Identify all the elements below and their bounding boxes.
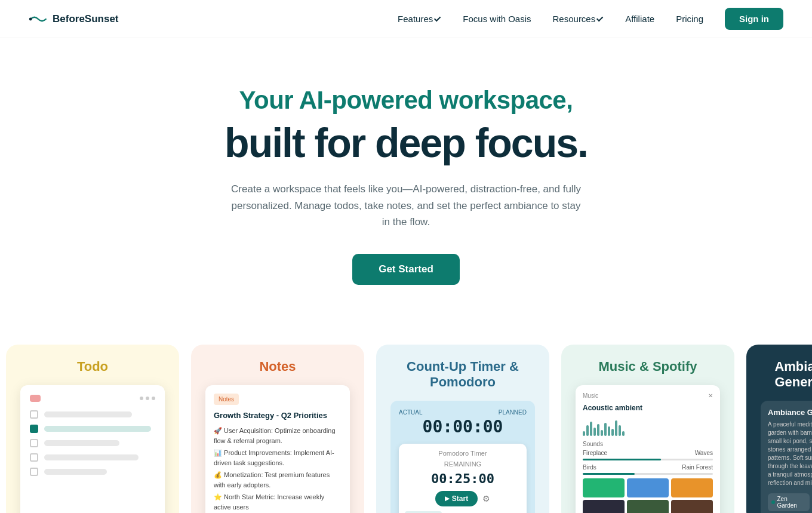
ambiance-mock: Ambiance Generator A peaceful meditation… <box>761 401 812 513</box>
checkbox-checked-icon <box>30 425 38 433</box>
waveform-bar <box>622 431 625 436</box>
checkbox-icon <box>30 468 38 476</box>
notes-title: Growth Strategy - Q2 Priorities <box>214 410 342 422</box>
feature-card-todo: Todo <box>6 345 179 513</box>
sound-birds: Birds <box>583 464 596 471</box>
music-waveform <box>583 418 713 436</box>
album-thumb <box>627 500 669 513</box>
get-started-button[interactable]: Get Started <box>352 254 460 285</box>
waveform-bar <box>615 420 617 436</box>
notes-item: 📊 Product Improvements: Implement AI-dri… <box>214 448 342 468</box>
dot-icon <box>146 397 149 400</box>
card-ambiance-label: Ambiance Generator <box>761 359 812 390</box>
card-notes-label: Notes <box>205 359 350 374</box>
todo-mock-header <box>30 395 155 402</box>
timer-start-label: Start <box>452 494 468 503</box>
ambiance-option-zen[interactable]: Zen Garden <box>768 493 810 511</box>
todo-dot-icon <box>30 395 41 402</box>
card-timer-label: Count-Up Timer & Pomodoro <box>390 359 535 390</box>
feature-card-timer: Count-Up Timer & Pomodoro ACTUAL PLANNED… <box>376 345 549 513</box>
timer-pomodoro: Pomodoro Timer REMAINING 00:25:00 ▶ Star… <box>399 444 527 513</box>
nav-pricing[interactable]: Pricing <box>676 14 703 24</box>
navigation: BeforeSunset Features Focus with Oasis R… <box>0 0 812 38</box>
waveform-bar <box>611 429 614 436</box>
nav-focus[interactable]: Focus with Oasis <box>463 14 531 24</box>
todo-line <box>44 454 139 460</box>
hero-subtitle: Your AI-powered workspace, <box>12 86 800 115</box>
notes-mock: Notes Growth Strategy - Q2 Priorities 🚀 … <box>205 385 350 513</box>
timer-settings-icon[interactable]: ⚙ <box>482 494 490 503</box>
sound-waves: Waves <box>695 450 713 456</box>
music-header: Music ✕ <box>583 392 713 399</box>
nav-affiliate-label[interactable]: Affiliate <box>625 14 654 24</box>
ambiance-description: A peaceful meditation garden with bamboo… <box>768 420 812 487</box>
album-thumb <box>583 500 625 513</box>
todo-line <box>44 426 151 432</box>
waveform-bar <box>586 425 589 436</box>
spotify-albums <box>583 478 713 513</box>
sign-in-button[interactable]: Sign in <box>725 8 783 30</box>
todo-mock <box>20 385 165 513</box>
waveform-bar <box>597 424 599 436</box>
dot-icon <box>152 397 155 400</box>
svg-point-0 <box>29 17 32 20</box>
logo[interactable]: BeforeSunset <box>29 13 119 25</box>
dot-icon <box>771 500 775 504</box>
nav-focus-label[interactable]: Focus with Oasis <box>463 14 531 24</box>
chevron-down-icon <box>596 14 603 21</box>
sounds-label: Sounds <box>583 441 713 447</box>
music-sound-row: Birds Rain Forest <box>583 464 713 471</box>
waveform-bar <box>590 422 592 436</box>
timer-display: 00:00:00 <box>399 417 527 437</box>
nav-resources-label[interactable]: Resources <box>553 14 596 24</box>
sound-rain: Rain Forest <box>682 464 713 471</box>
feature-card-ambiance: Ambiance Generator Ambiance Generator A … <box>746 345 812 513</box>
dot-icon <box>140 397 143 400</box>
todo-line <box>44 411 132 417</box>
waveform-bar <box>608 426 610 436</box>
music-sound-row: Fireplace Waves <box>583 450 713 456</box>
chevron-down-icon <box>434 14 441 21</box>
music-mock: Music ✕ Acoustic ambient Sounds Fire <box>576 385 720 513</box>
music-slider-fill <box>583 459 661 460</box>
timer-actual-label: ACTUAL <box>399 409 422 416</box>
music-close-icon: ✕ <box>708 392 713 399</box>
notes-tag: Notes <box>214 394 239 405</box>
card-todo-label: Todo <box>20 359 165 374</box>
feature-card-notes: Notes Notes Growth Strategy - Q2 Priorit… <box>191 345 364 513</box>
timer-start-button[interactable]: ▶ Start <box>435 491 478 506</box>
hero-title: built for deep focus. <box>12 122 800 164</box>
music-section-label: Music <box>583 392 598 399</box>
music-slider-fill <box>583 473 635 475</box>
waveform-bar <box>583 431 585 436</box>
todo-dots-icon <box>140 397 155 400</box>
nav-features-label[interactable]: Features <box>398 14 433 24</box>
album-thumb <box>583 478 625 497</box>
nav-signin[interactable]: Sign in <box>725 8 783 30</box>
timer-label: Pomodoro Timer <box>405 450 521 457</box>
album-thumb <box>627 478 669 497</box>
card-music-label: Music & Spotify <box>576 359 720 374</box>
album-thumb <box>671 478 713 497</box>
notes-item: 🚀 User Acquisition: Optimize onboarding … <box>214 426 342 446</box>
notes-item: ⭐ North Star Metric: Increase weekly act… <box>214 492 342 512</box>
feature-card-music: Music & Spotify Music ✕ Acoustic ambient <box>561 345 734 513</box>
nav-resources[interactable]: Resources <box>553 14 604 24</box>
checkbox-icon <box>30 439 38 447</box>
todo-line <box>44 469 107 475</box>
album-thumb <box>671 500 713 513</box>
music-slider[interactable] <box>583 473 713 475</box>
notes-item: 💰 Monetization: Test premium features wi… <box>214 470 342 490</box>
nav-features[interactable]: Features <box>398 14 441 24</box>
waveform-bar <box>619 425 621 436</box>
nav-pricing-label[interactable]: Pricing <box>676 14 703 24</box>
checkbox-icon <box>30 453 38 462</box>
feature-cards-strip: Todo <box>0 345 812 513</box>
logo-text: BeforeSunset <box>53 13 119 25</box>
music-slider[interactable] <box>583 459 713 460</box>
nav-links: Features Focus with Oasis Resources Affi… <box>398 8 783 30</box>
nav-affiliate[interactable]: Affiliate <box>625 14 654 24</box>
waveform-bar <box>593 428 596 436</box>
timer-remaining-label: REMAINING <box>405 460 521 468</box>
music-ambient-label: Acoustic ambient <box>583 404 713 412</box>
